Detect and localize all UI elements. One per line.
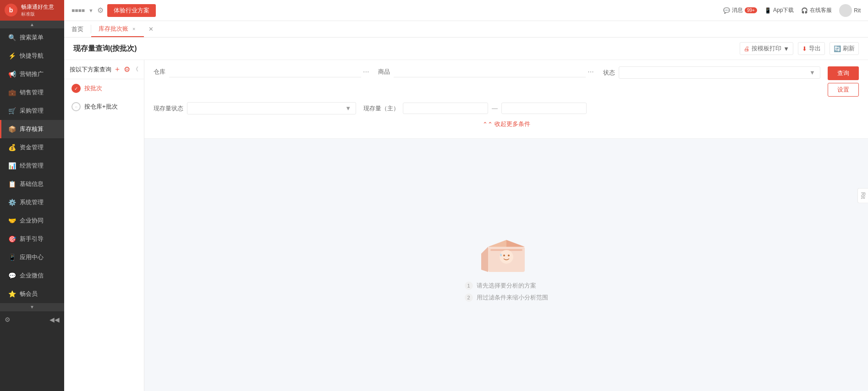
tab-bar: 首页 库存批次账 × ✕ [64,21,868,38]
empty-illustration [479,228,534,274]
print-label: 按模板打印 [752,44,781,53]
export-label: 导出 [809,44,821,53]
topbar-right: 💬 消息 99+ 📱 App下载 🎧 在线客服 Rit [723,4,861,17]
sidebar-item-basic[interactable]: 📋 基础信息 [0,175,64,193]
export-icon: ⬇ [802,45,807,52]
topbar-settings-icon[interactable]: ⚙ [97,6,104,15]
messages-label: 消息 [732,6,743,14]
customer-service-group[interactable]: 🎧 在线客服 [801,6,832,14]
print-btn[interactable]: 🖨 按模板打印 ▼ [740,42,793,55]
sidebar-item-sales[interactable]: 💼 销售管理 [0,83,64,102]
guide-icon: 🎯 [8,235,16,243]
stock-quantity-to[interactable] [501,103,587,114]
sidebar-footer: ⚙ ◀◀ [0,311,64,328]
page-header: 现存量查询(按批次) 🖨 按模板打印 ▼ ⬇ 导出 🔄 刷新 [64,38,868,60]
print-icon: 🖨 [744,45,750,52]
plan-by-warehouse-batch[interactable]: ○ 按仓库+批次 [64,98,144,116]
add-plan-icon[interactable]: ＋ [114,65,121,74]
page-actions: 🖨 按模板打印 ▼ ⬇ 导出 🔄 刷新 [740,42,859,55]
search-icon: 🔍 [8,33,16,42]
basic-icon: 📋 [8,180,16,188]
app-logo: b [5,4,17,16]
goods-input[interactable] [394,66,586,77]
tip-text-1: 请先选择要分析的方案 [477,282,536,290]
sidebar-member-label: 畅会员 [20,290,38,298]
topbar-dropdown-icon[interactable]: ▼ [88,8,93,13]
sidebar-header: b 畅康通好生意 标准版 [0,0,64,21]
left-panel: 按以下方案查询 ＋ ⚙ 《 ✓ 按批次 ○ 按仓库+批次 [64,60,144,391]
plan-active-icon: ✓ [71,84,81,93]
stock-status-filter: 现存量状态 ▼ [154,102,356,114]
sidebar-item-system[interactable]: ⚙️ 系统管理 [0,193,64,212]
panel-header: 按以下方案查询 ＋ ⚙ 《 [64,60,144,79]
collapse-bar[interactable]: ⌃⌃ 收起更多条件 [154,116,859,132]
sidebar-item-shortcut[interactable]: ⚡ 快捷导航 [0,47,64,65]
svg-marker-1 [488,240,506,247]
status-filter: 状态 ▼ [603,66,820,79]
export-btn[interactable]: ⬇ 导出 [798,42,825,55]
sidebar-item-apps[interactable]: 📱 应用中心 [0,248,64,266]
sidebar-item-purchase[interactable]: 🛒 采购管理 [0,102,64,120]
app-download-icon: 📱 [764,7,771,14]
sidebar-item-inventory[interactable]: 📦 库存核算 [0,120,64,138]
status-arrow-icon: ▼ [809,69,815,76]
print-dropdown-icon[interactable]: ▼ [783,45,789,52]
status-select[interactable]: ▼ [619,66,820,79]
sidebar-item-enterprise[interactable]: 🤝 企业协同 [0,212,64,230]
warehouse-dots[interactable]: ··· [361,68,371,76]
message-icon: 💬 [723,7,730,14]
collapse-panel-icon[interactable]: 《 [133,65,138,73]
sidebar-scroll-up[interactable]: ▲ [0,21,64,28]
sidebar-wechat-label: 企业微信 [20,272,44,280]
industry-btn[interactable]: 体验行业方案 [107,4,156,17]
warehouse-input[interactable] [169,66,361,77]
tab-close-btn[interactable]: × [131,26,137,32]
goods-dots[interactable]: ··· [586,68,595,76]
right-edge-tab[interactable]: Rit [857,188,868,203]
tab-home[interactable]: 首页 [64,21,91,37]
filter-area: 仓库 ··· 商品 ··· 状态 ▼ [144,60,868,139]
home-label: 首页 [71,25,83,33]
sidebar-item-guide[interactable]: 🎯 新手引导 [0,230,64,248]
svg-point-5 [500,250,513,264]
finance-icon: 💰 [8,143,16,152]
sidebar-marketing-label: 营销推广 [20,70,44,78]
stock-quantity-filter: 现存量（主） — [363,103,587,114]
refresh-icon: 🔄 [834,45,841,52]
sidebar-scroll-down[interactable]: ▼ [0,303,64,311]
sidebar-basic-label: 基础信息 [20,180,44,188]
sidebar-search-label: 搜索菜单 [20,33,44,42]
settings-footer-icon[interactable]: ⚙ [5,316,11,323]
sidebar-item-operations[interactable]: 📊 经营管理 [0,157,64,175]
collapse-sidebar-icon[interactable]: ◀◀ [49,316,60,323]
messages-badge: 99+ [745,7,757,13]
sidebar-item-marketing[interactable]: 📢 营销推广 [0,65,64,83]
sidebar-guide-label: 新手引导 [20,235,44,243]
app-download-group[interactable]: 📱 App下载 [764,6,794,14]
tab-inventory-batch[interactable]: 库存批次账 × [91,21,144,37]
empty-tip-1: 1 请先选择要分析的方案 [465,282,548,290]
plan-batch-label: 按批次 [84,84,102,92]
sidebar-system-label: 系统管理 [20,198,44,206]
refresh-btn[interactable]: 🔄 刷新 [830,42,859,55]
stock-quantity-from[interactable] [403,103,488,114]
filter-settings-btn[interactable]: 设置 [828,83,859,97]
user-group[interactable]: Rit [839,4,861,17]
sidebar-item-search[interactable]: 🔍 搜索菜单 [0,28,64,47]
tab-close-area[interactable]: ✕ [144,21,158,37]
sidebar-item-member[interactable]: ⭐ 畅会员 [0,285,64,303]
quantity-dash: — [492,105,498,112]
operations-icon: 📊 [8,162,16,170]
sidebar-item-wechat[interactable]: 💬 企业微信 [0,266,64,285]
stock-status-select[interactable]: ▼ [187,102,356,114]
sidebar-item-finance[interactable]: 💰 资金管理 [0,138,64,157]
app-download-label: App下载 [773,6,794,14]
sales-icon: 💼 [8,88,16,97]
page-title: 现存量查询(按批次) [73,44,137,54]
content-area: 按以下方案查询 ＋ ⚙ 《 ✓ 按批次 ○ 按仓库+批次 [64,60,868,391]
chevron-up-icon: ⌃⌃ [483,121,493,128]
plan-by-batch[interactable]: ✓ 按批次 [64,79,144,98]
settings-plan-icon[interactable]: ⚙ [124,65,130,74]
messages-group[interactable]: 💬 消息 99+ [723,6,757,14]
query-btn[interactable]: 查询 [828,66,859,80]
